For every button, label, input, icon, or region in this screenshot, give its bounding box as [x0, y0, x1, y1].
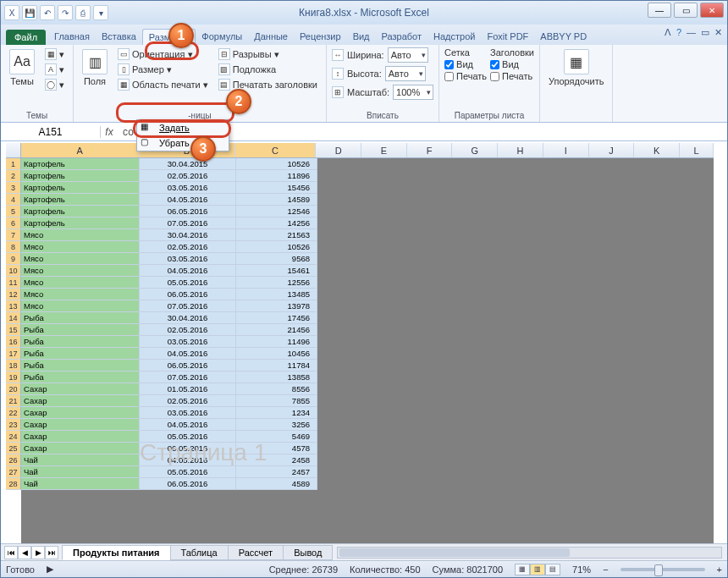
- qat-btn-3[interactable]: ↷: [58, 5, 73, 20]
- cell-date[interactable]: 07.05.2016: [140, 217, 236, 229]
- arrange-button[interactable]: ▦ Упорядочить: [545, 47, 607, 88]
- cell-product[interactable]: Мясо: [21, 300, 140, 312]
- row-header[interactable]: 4: [6, 194, 21, 206]
- col-header-G[interactable]: G: [452, 143, 498, 157]
- table-row[interactable]: Сахар04.05.20163256: [21, 419, 714, 431]
- theme-fonts-button[interactable]: A▾: [41, 63, 68, 76]
- row-header[interactable]: 23: [6, 419, 21, 431]
- cell-product[interactable]: Сахар: [21, 395, 140, 407]
- width-select[interactable]: Авто: [388, 47, 428, 63]
- cell-value[interactable]: 14256: [236, 217, 317, 229]
- table-row[interactable]: Рыба04.05.201610456: [21, 348, 714, 360]
- gridlines-view-check[interactable]: Вид: [444, 59, 487, 69]
- breaks-button[interactable]: ⊟Разрывы ▾: [215, 47, 321, 61]
- headings-view-check[interactable]: Вид: [490, 59, 534, 69]
- cell-value[interactable]: 1234: [236, 407, 317, 419]
- table-row[interactable]: Мясо06.05.201613485: [21, 289, 714, 300]
- cell-value[interactable]: 17456: [236, 312, 317, 324]
- cell-value[interactable]: 15461: [236, 265, 317, 277]
- sheet-nav-next[interactable]: ▶: [31, 546, 45, 559]
- row-header[interactable]: 5: [6, 206, 21, 217]
- row-header[interactable]: 24: [6, 431, 21, 443]
- row-header[interactable]: 7: [6, 229, 21, 241]
- theme-effects-button[interactable]: ◯▾: [41, 78, 68, 91]
- tab-данные[interactable]: Данные: [248, 29, 294, 45]
- macro-record-icon[interactable]: ▶: [47, 564, 53, 575]
- cell-date[interactable]: 30.04.2015: [140, 158, 236, 170]
- print-area-button[interactable]: ▦Область печати ▾: [114, 78, 212, 91]
- sheet-nav-last[interactable]: ⏭: [45, 546, 58, 559]
- row-header[interactable]: 12: [6, 289, 21, 300]
- cell-value[interactable]: 9568: [236, 253, 317, 265]
- col-header-J[interactable]: J: [589, 143, 635, 157]
- cell-date[interactable]: 06.05.2016: [140, 206, 236, 217]
- table-row[interactable]: Чай06.05.20164589: [21, 478, 714, 490]
- qat-btn-5[interactable]: ▾: [93, 5, 108, 20]
- qat-btn-4[interactable]: ⎙: [75, 5, 91, 20]
- tab-главная[interactable]: Главная: [48, 29, 96, 45]
- row-header[interactable]: 11: [6, 277, 21, 289]
- cell-value[interactable]: 10526: [236, 241, 317, 253]
- tab-foxit pdf[interactable]: Foxit PDF: [481, 29, 534, 45]
- zoom-in-button[interactable]: +: [717, 564, 722, 575]
- table-row[interactable]: Картофель30.04.201510526: [21, 158, 714, 170]
- background-button[interactable]: ▨Подложка: [215, 63, 321, 76]
- col-header-F[interactable]: F: [407, 143, 453, 157]
- file-tab[interactable]: Файл: [6, 30, 46, 45]
- sheet-tab[interactable]: Таблица: [170, 545, 229, 560]
- col-header-D[interactable]: D: [316, 143, 361, 157]
- row-header[interactable]: 25: [6, 443, 21, 454]
- cell-product[interactable]: Картофель: [21, 217, 140, 229]
- cell-value[interactable]: 7855: [236, 395, 317, 407]
- table-row[interactable]: Сахар05.05.20165469: [21, 431, 714, 443]
- row-header[interactable]: 14: [6, 312, 21, 324]
- cell-product[interactable]: Рыба: [21, 312, 140, 324]
- cell-value[interactable]: 5469: [236, 431, 317, 443]
- col-header-E[interactable]: E: [361, 143, 407, 157]
- cell-date[interactable]: 03.05.2016: [140, 253, 236, 265]
- cell-product[interactable]: Мясо: [21, 289, 140, 300]
- table-row[interactable]: Сахар02.05.20167855: [21, 395, 714, 407]
- cell-value[interactable]: 12546: [236, 206, 317, 217]
- row-header[interactable]: 10: [6, 265, 21, 277]
- cell-value[interactable]: 8556: [236, 383, 317, 395]
- table-row[interactable]: Мясо04.05.201615461: [21, 265, 714, 277]
- row-header[interactable]: 18: [6, 360, 21, 372]
- close-button[interactable]: ✕: [700, 3, 724, 18]
- table-row[interactable]: Мясо30.04.201621563: [21, 229, 714, 241]
- table-row[interactable]: Картофель04.05.201614589: [21, 194, 714, 206]
- table-row[interactable]: Сахар03.05.20161234: [21, 407, 714, 419]
- col-header-L[interactable]: L: [680, 143, 714, 157]
- cell-product[interactable]: Сахар: [21, 443, 140, 454]
- table-row[interactable]: Сахар06.05.20164578: [21, 443, 714, 454]
- row-header[interactable]: 3: [6, 182, 21, 194]
- row-header[interactable]: 2: [6, 170, 21, 182]
- cell-date[interactable]: 06.05.2016: [140, 478, 236, 490]
- cell-date[interactable]: 30.04.2016: [140, 312, 236, 324]
- table-row[interactable]: Сахар01.05.20168556: [21, 383, 714, 395]
- cell-date[interactable]: 05.05.2016: [140, 277, 236, 289]
- row-header[interactable]: 19: [6, 372, 21, 383]
- sheet-nav-first[interactable]: ⏮: [4, 546, 18, 559]
- row-header[interactable]: 22: [6, 407, 21, 419]
- cell-product[interactable]: Картофель: [21, 206, 140, 217]
- row-header[interactable]: 20: [6, 383, 21, 395]
- cell-value[interactable]: 13978: [236, 300, 317, 312]
- view-break-button[interactable]: ▤: [545, 564, 560, 575]
- row-header[interactable]: 15: [6, 324, 21, 336]
- table-row[interactable]: Картофель06.05.201612546: [21, 206, 714, 217]
- col-header-A[interactable]: A: [21, 143, 139, 157]
- cell-value[interactable]: 3256: [236, 419, 317, 431]
- cell-value[interactable]: 14589: [236, 194, 317, 206]
- cell-product[interactable]: Рыба: [21, 348, 140, 360]
- cell-value[interactable]: 13858: [236, 372, 317, 383]
- headings-print-check[interactable]: Печать: [490, 71, 534, 81]
- cell-date[interactable]: 05.05.2016: [140, 466, 236, 478]
- cell-product[interactable]: Сахар: [21, 383, 140, 395]
- table-row[interactable]: Мясо07.05.201613978: [21, 300, 714, 312]
- cell-date[interactable]: 02.05.2016: [140, 395, 236, 407]
- cell-date[interactable]: 02.05.2016: [140, 170, 236, 182]
- row-header[interactable]: 1: [6, 158, 21, 170]
- cell-date[interactable]: 06.05.2016: [140, 360, 236, 372]
- cell-date[interactable]: 04.05.2016: [140, 265, 236, 277]
